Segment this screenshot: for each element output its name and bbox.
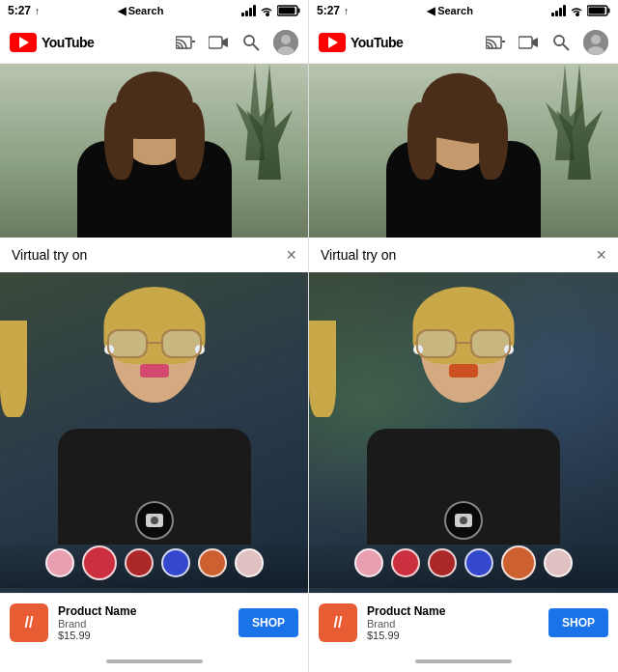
time-left: 5:27: [8, 4, 31, 17]
nav-icons-right: [485, 30, 608, 55]
cast-icon-right[interactable]: [485, 32, 506, 53]
ar-glasses-left: [106, 325, 203, 359]
youtube-nav-right: YouTube: [309, 21, 618, 64]
svg-rect-11: [108, 330, 147, 357]
time-right: 5:27: [317, 4, 340, 17]
video-area-right: [309, 64, 618, 238]
shop-btn-right[interactable]: SHOP: [548, 608, 608, 637]
virtual-header-left: Virtual try on ×: [0, 238, 308, 272]
ar-lips-left: [140, 364, 169, 378]
swatch-5-right[interactable]: [544, 548, 573, 577]
video-area-left: [0, 64, 308, 238]
search-icon-right[interactable]: [550, 32, 572, 53]
close-btn-left[interactable]: ×: [286, 245, 296, 266]
product-price-left: $15.99: [58, 630, 229, 641]
swatch-0-right[interactable]: [354, 548, 383, 577]
swatch-1-right[interactable]: [391, 548, 420, 577]
ar-area-right: [309, 272, 618, 593]
swatch-1-left[interactable]: [82, 546, 117, 580]
video-icon-left[interactable]: [208, 32, 229, 53]
camera-btn-left[interactable]: [135, 501, 174, 540]
svg-point-6: [244, 36, 254, 45]
youtube-logo-right[interactable]: YouTube: [319, 33, 403, 52]
video-content-right: [309, 64, 618, 238]
wifi-icon-right: [569, 5, 584, 16]
home-bar-left: [106, 659, 203, 663]
svg-rect-1: [297, 9, 299, 14]
product-info-left: Product Name Brand $15.99: [58, 604, 229, 641]
product-bar-right: // Product Name Brand $15.99 SHOP: [309, 593, 618, 651]
account-avatar-right[interactable]: [583, 30, 608, 55]
yt-logo-text-right: YouTube: [351, 35, 403, 50]
swatch-0-left[interactable]: [45, 548, 74, 577]
shop-btn-left[interactable]: SHOP: [239, 608, 298, 637]
virtual-panel-right: Virtual try on ×: [309, 238, 618, 672]
home-indicator-left: [0, 651, 308, 672]
yt-logo-icon-right: [319, 33, 346, 52]
swatch-3-left[interactable]: [161, 548, 190, 577]
product-brand-left: Brand: [58, 618, 229, 630]
video-content-left: [0, 64, 308, 238]
battery-icon-left: [277, 5, 300, 16]
svg-line-23: [563, 44, 569, 50]
wifi-icon-left: [259, 5, 274, 16]
search-icon-left[interactable]: [240, 32, 262, 53]
hair-left: [116, 71, 193, 139]
svg-rect-21: [519, 37, 532, 48]
swatch-3-right[interactable]: [464, 548, 493, 577]
ar-glasses-right: [415, 325, 512, 359]
cast-icon-left[interactable]: [175, 32, 196, 53]
svg-point-9: [281, 35, 291, 44]
swatch-5-left[interactable]: [235, 548, 264, 577]
status-icons-right: [551, 5, 610, 16]
swatch-4-left[interactable]: [198, 548, 227, 577]
virtual-header-right: Virtual try on ×: [309, 238, 618, 272]
svg-point-22: [554, 36, 564, 45]
home-bar-right: [415, 659, 512, 663]
ar-hair-side-r-right: [309, 321, 336, 417]
battery-icon-right: [587, 5, 610, 16]
yt-logo-icon-left: [10, 33, 37, 52]
ar-hair-side-r-left: [0, 321, 27, 417]
svg-rect-2: [278, 8, 295, 14]
video-icon-right[interactable]: [518, 32, 539, 53]
yt-logo-text-left: YouTube: [42, 35, 94, 50]
close-btn-right[interactable]: ×: [596, 245, 606, 266]
svg-rect-4: [192, 41, 195, 42]
swatch-4-right[interactable]: [501, 546, 536, 580]
signal-icon-left: [241, 5, 256, 16]
svg-rect-17: [607, 9, 609, 14]
product-icon-right: //: [319, 603, 357, 642]
youtube-logo-left[interactable]: YouTube: [10, 33, 94, 52]
status-icons-left: [241, 5, 300, 16]
swatch-2-left[interactable]: [125, 548, 154, 577]
status-left-left: 5:27 ↑: [8, 4, 40, 17]
ar-area-left: [0, 272, 308, 593]
swatches-left: [0, 538, 308, 588]
svg-point-25: [591, 35, 601, 44]
youtube-nav-left: YouTube: [0, 21, 308, 64]
product-name-right: Product Name: [367, 604, 539, 618]
svg-rect-5: [209, 37, 222, 48]
camera-lens-right: [460, 517, 467, 524]
account-avatar-left[interactable]: [273, 30, 298, 55]
back-nav-right[interactable]: ◀ Search: [427, 5, 473, 17]
svg-rect-20: [502, 41, 505, 42]
swatches-right: [309, 538, 618, 588]
svg-line-7: [253, 44, 259, 50]
product-brand-right: Brand: [367, 618, 539, 630]
yt-play-icon-left: [19, 37, 29, 48]
signal-icon-right: [551, 5, 566, 16]
camera-btn-right[interactable]: [444, 501, 483, 540]
swatch-2-right[interactable]: [428, 548, 457, 577]
virtual-title-left: Virtual try on: [12, 247, 87, 263]
product-price-right: $15.99: [367, 630, 539, 641]
camera-icon-left: [146, 514, 163, 527]
virtual-panel-left: Virtual try on ×: [0, 238, 308, 672]
yt-play-icon-right: [328, 37, 338, 48]
nav-icons-left: [175, 30, 298, 55]
product-bar-left: // Product Name Brand $15.99 SHOP: [0, 593, 308, 651]
camera-lens-left: [151, 517, 158, 524]
home-indicator-right: [309, 651, 618, 672]
back-nav-left[interactable]: ◀ Search: [118, 5, 164, 17]
